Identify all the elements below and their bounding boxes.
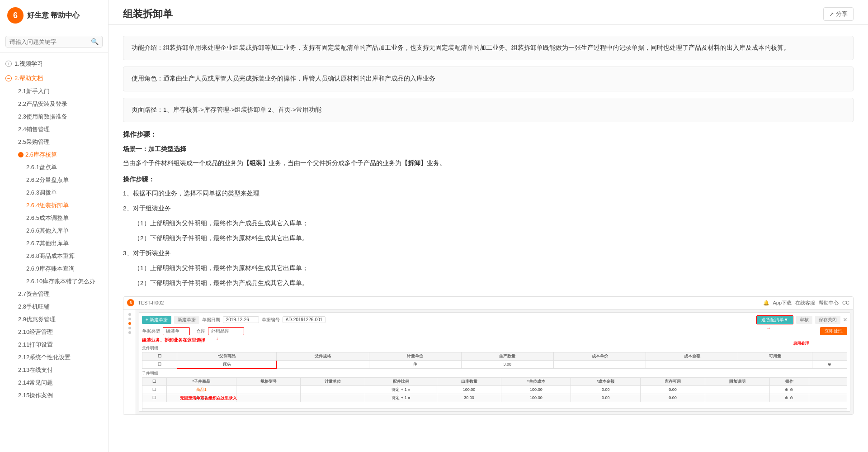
search-area: 🔍: [0, 31, 108, 52]
path-text: 页面路径：1、库存核算->库存管理->组装拆卸单 2、首页->常用功能: [132, 106, 321, 113]
sidebar-item-coupon[interactable]: 2.9优惠券管理: [13, 313, 108, 326]
th-qty: 计量单位: [369, 352, 461, 360]
sidebar-item-inventory-2610[interactable]: 2.6.10库存账本错了怎么办: [21, 275, 108, 288]
lth-unit: 计量单位: [301, 377, 365, 385]
lth-ops: 操作: [769, 377, 809, 385]
ltd-avail1: 0.00: [641, 385, 705, 394]
sidebar-item-newbie[interactable]: 2.1新手入门: [13, 85, 108, 98]
screenshot-inner: 6 TEST-H002 🔔 App下载 在线客服 帮助中心 CC: [123, 297, 853, 414]
erp-tab-action: 审核: [796, 316, 812, 324]
annotation-enable: 启用处理: [793, 341, 809, 347]
ltd-spec1: [236, 385, 301, 394]
sidebar-item-print[interactable]: 2.11打印设置: [13, 338, 108, 351]
sidebar-item-inventory-265[interactable]: 2.6.5成本调整单: [21, 212, 108, 224]
sidebar-item-cases[interactable]: 2.15操作案例: [13, 389, 108, 402]
erp-screen: 6 TEST-H002 🔔 App下载 在线客服 帮助中心 CC: [123, 297, 853, 414]
logo-icon: 6: [7, 7, 24, 24]
sidebar: 6 好生意 帮助中心 🔍 + 1.视频学习 − 2.帮助文档 2.1新手入门 2…: [0, 0, 108, 452]
sidebar-item-prepare[interactable]: 2.3使用前数据准备: [13, 110, 108, 123]
sidebar-item-install[interactable]: 2.2产品安装及登录: [13, 98, 108, 110]
sidebar-item-purchase[interactable]: 2.5采购管理: [13, 136, 108, 148]
erp-nav-dot-1: [128, 313, 131, 316]
share-button[interactable]: ↗ 分享: [823, 7, 854, 21]
logo-area: 6 好生意 帮助中心: [0, 0, 108, 31]
sidebar-item-operation[interactable]: 2.10经营管理: [13, 326, 108, 338]
ltd-check2: ☐: [142, 394, 167, 402]
nav-section-docs: − 2.帮助文档 2.1新手入门 2.2产品安装及登录 2.3使用前数据准备 2…: [0, 71, 108, 402]
erp-nav-dot-2: [128, 318, 131, 320]
sidebar-item-mobile[interactable]: 2.8手机旺辅: [13, 300, 108, 313]
sidebar-item-inventory-262[interactable]: 2.6.2分量盘点单: [21, 174, 108, 186]
th-ops: [812, 352, 847, 360]
table-row: ☐ 床头 件 3.00 ⊕: [142, 360, 847, 368]
lth-check: ☐: [142, 377, 167, 385]
erp-upper-table: ☐ *父件商品 父件规格 计量单位 生产数量 成本单价 成本金额 可用量: [142, 352, 847, 369]
ltd-unit2: [301, 394, 365, 402]
ops-title: 操作步骤：: [123, 130, 854, 139]
screenshot-container: 6 TEST-H002 🔔 App下载 在线客服 帮助中心 CC: [123, 296, 854, 415]
sidebar-item-inventory-264[interactable]: 2.6.4组装拆卸单: [21, 199, 108, 212]
ltd-spec2: [236, 394, 301, 402]
arrow-right-1: →: [766, 325, 771, 330]
erp-company: TEST-H002: [138, 300, 164, 305]
search-icon: 🔍: [91, 38, 99, 45]
nav-sub-items-docs: 2.1新手入门 2.2产品安装及登录 2.3使用前数据准备 2.4销售管理 2.…: [0, 85, 108, 402]
erp-nav-dot-4: [128, 327, 131, 329]
erp-content: + 新建单据 新建单据 单据日期 2019-12-26 单据编号 AD-2019…: [136, 309, 853, 414]
sidebar-item-faq[interactable]: 2.14常见问题: [13, 376, 108, 389]
erp-left-nav: [123, 309, 136, 414]
td-action: ⊕: [812, 360, 847, 368]
sidebar-item-inventory-266[interactable]: 2.6.6其他入库单: [21, 224, 108, 237]
share-icon: ↗: [829, 11, 834, 18]
erp-field-label-date: 单据日期: [202, 317, 220, 323]
td-unit: 件: [369, 360, 461, 368]
nav-section-video: + 1.视频学习: [0, 57, 108, 71]
scenario1-steps-title: 操作步骤：: [123, 176, 854, 184]
ltd-unit1: [301, 385, 365, 394]
sidebar-item-docs[interactable]: − 2.帮助文档: [0, 71, 108, 85]
sidebar-item-inventory-263[interactable]: 2.6.3调拨单: [21, 186, 108, 199]
ltd-goods1: 商品1: [166, 385, 236, 394]
search-input[interactable]: [9, 38, 91, 45]
erp-field-label-num: 单据编号: [262, 317, 280, 323]
erp-btn-pricelist: 送货配清单▼: [756, 315, 793, 324]
erp-upper-table-label: 父件明细: [142, 345, 847, 351]
erp-nav4: 帮助中心: [819, 300, 839, 306]
arrow-down-1: ↓: [216, 336, 218, 341]
lth-icon: [809, 377, 847, 385]
erp-type-label: 单据类型: [142, 328, 160, 334]
td-total-val: [646, 360, 738, 368]
erp-card-header: + 新建单据 新建单据 单据日期 2019-12-26 单据编号 AD-2019…: [142, 315, 847, 324]
erp-nav2: App下载: [773, 300, 792, 306]
annotation-assemble: 组装业务、拆卸业务在这里选择: [142, 337, 205, 343]
sidebar-item-payment[interactable]: 2.13在线支付: [13, 364, 108, 376]
sidebar-item-video[interactable]: + 1.视频学习: [0, 57, 108, 71]
sidebar-item-inventory-261[interactable]: 2.6.1盘点单: [21, 161, 108, 174]
erp-close[interactable]: ×: [843, 316, 847, 324]
search-box[interactable]: 🔍: [5, 36, 103, 48]
sidebar-item-finance[interactable]: 2.7资金管理: [13, 288, 108, 300]
sidebar-item-inventory-268[interactable]: 2.6.8商品成本重算: [21, 250, 108, 262]
erp-field-num: AD-20191226-001: [283, 316, 326, 323]
erp-tab-list: 新建单据: [174, 316, 199, 324]
ltd-avail2: 0.00: [641, 394, 705, 402]
sidebar-item-personalize[interactable]: 2.12系统个性化设置: [13, 351, 108, 364]
erp-card: + 新建单据 新建单据 单据日期 2019-12-26 单据编号 AD-2019…: [139, 312, 850, 412]
sidebar-item-inventory-267[interactable]: 2.6.7其他出库单: [21, 237, 108, 250]
lth-total: *成本金额: [571, 377, 641, 385]
app-title: 好生意 帮助中心: [27, 11, 80, 20]
sidebar-item-inventory[interactable]: − 2.6库存核算: [13, 148, 108, 161]
path-block: 页面路径：1、库存核算->库存管理->组装拆卸单 2、首页->常用功能: [123, 98, 854, 122]
erp-logo: 6: [127, 299, 134, 306]
minus-icon: −: [5, 75, 12, 81]
erp-field-date: 2019-12-26: [223, 316, 259, 323]
sidebar-item-sales[interactable]: 2.4销售管理: [13, 123, 108, 136]
erp-lower-table-label: 子件明细: [142, 371, 847, 376]
intro-block: 功能介绍：组装拆卸单用来处理企业组装或拆卸等加工业务，支持有固定装配清单的产品加…: [123, 36, 854, 60]
role-text: 使用角色：通常由生产人员或库管人员完成拆装业务的操作，库管人员确认原材料的出库和…: [132, 75, 435, 82]
sidebar-item-inventory-269[interactable]: 2.6.9库存账本查询: [21, 262, 108, 275]
table-row: ☐ 商品 2 待定 + 1 = 30.00 100.00 0.00: [142, 394, 847, 402]
th-spec: 父件规格: [277, 352, 369, 360]
td-avail-val: [738, 360, 812, 368]
ltd-icon1: [809, 385, 847, 394]
